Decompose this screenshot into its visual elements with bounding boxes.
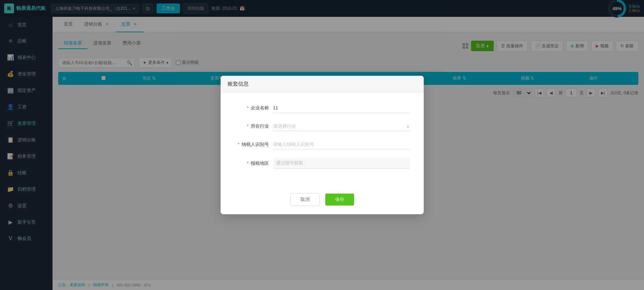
region-label: * 报税地区 bbox=[235, 160, 273, 167]
industry-chevron-icon: ∨ bbox=[406, 123, 410, 129]
dialog-footer: 取消 保存 bbox=[221, 188, 424, 214]
account-info-dialog: 账套信息 * 企业名称 * 所在行业 bbox=[221, 76, 424, 214]
industry-row: * 所在行业 请选择行业 ∨ bbox=[235, 121, 410, 131]
company-name-label: * 企业名称 bbox=[235, 105, 273, 111]
region-display: 通过税号获取 bbox=[273, 158, 410, 169]
required-mark4: * bbox=[247, 161, 249, 166]
company-name-row: * 企业名称 bbox=[235, 103, 410, 113]
required-mark2: * bbox=[247, 123, 249, 129]
tax-id-label: * 纳税人识别号 bbox=[235, 141, 273, 148]
industry-select-wrap: 请选择行业 ∨ bbox=[273, 121, 410, 131]
cancel-button[interactable]: 取消 bbox=[290, 193, 320, 206]
dialog-overlay[interactable]: 账套信息 * 企业名称 * 所在行业 bbox=[0, 0, 644, 290]
region-row: * 报税地区 通过税号获取 bbox=[235, 158, 410, 169]
industry-select[interactable] bbox=[273, 121, 406, 131]
save-button[interactable]: 保存 bbox=[325, 194, 354, 205]
required-mark: * bbox=[247, 105, 249, 110]
company-name-input[interactable] bbox=[273, 103, 410, 113]
tax-id-input[interactable] bbox=[273, 140, 410, 149]
industry-label: * 所在行业 bbox=[235, 123, 273, 129]
dialog-body: * 企业名称 * 所在行业 请选择行业 ∨ bbox=[221, 93, 424, 188]
required-mark3: * bbox=[238, 142, 240, 147]
tax-id-row: * 纳税人识别号 bbox=[235, 140, 410, 149]
dialog-title: 账套信息 bbox=[228, 81, 249, 87]
dialog-header: 账套信息 bbox=[221, 76, 424, 93]
